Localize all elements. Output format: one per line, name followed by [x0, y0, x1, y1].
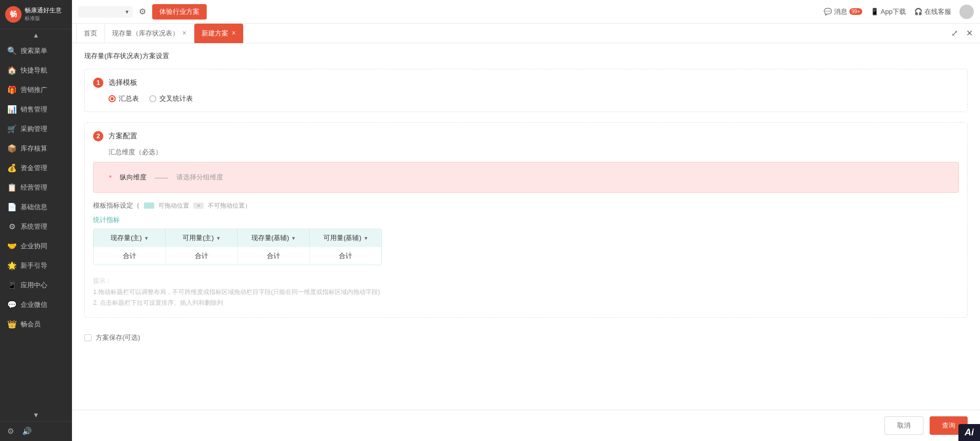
- sidebar-item-label: 库存核算: [21, 144, 47, 153]
- radio-summary-btn[interactable]: [108, 95, 116, 102]
- message-icon: 💬: [824, 8, 832, 15]
- tips-section: 提示： 1.拖动标题栏可以调整布局，不可跨维度或指标区域拖动栏目字段(只能在同一…: [93, 275, 959, 309]
- sidebar-item-label: 企业微信: [21, 300, 47, 309]
- star-icon: 🌟: [7, 261, 16, 270]
- sidebar-item-member[interactable]: 👑 畅会员: [0, 315, 72, 334]
- topbar-app-download[interactable]: 📱 App下载: [870, 7, 906, 16]
- chat-icon: 💬: [7, 300, 16, 309]
- stats-col-3-data: 合计: [238, 247, 310, 265]
- radio-cross-label: 交叉统计表: [159, 94, 193, 103]
- sidebar-scroll-up[interactable]: ▲: [0, 29, 72, 41]
- sidebar-item-label: 系统管理: [21, 222, 47, 231]
- money-icon: 💰: [7, 163, 16, 173]
- stats-col-4-dropdown[interactable]: ▾: [365, 235, 368, 242]
- sidebar-item-enterprise[interactable]: 🤝 企业协同: [0, 236, 72, 256]
- main-area: ▾ ⚙ 体验行业方案 💬 消息 99+ 📱 App下载 🎧 在线客服: [72, 0, 980, 441]
- draggable-indicator: [144, 203, 154, 209]
- tips-title: 提示：: [93, 277, 112, 284]
- dimension-placeholder[interactable]: 请选择分组维度: [176, 173, 223, 182]
- sidebar-nav: 🏠 快捷导航 🎁 营销推广 📊 销售管理 🛒 采购管理 📦 库存核算 💰 资金管…: [0, 61, 72, 409]
- dimension-area[interactable]: * 纵向维度 —— 请选择分组维度: [93, 162, 959, 193]
- bottom-bar: 取消 查询: [72, 410, 980, 441]
- sidebar-search-label: 搜索菜单: [21, 46, 47, 56]
- app-download-label: App下载: [881, 7, 906, 16]
- tab-close-all-button[interactable]: ✕: [963, 26, 976, 40]
- sidebar-item-business[interactable]: 📋 经营管理: [0, 178, 72, 197]
- sidebar-item-purchase[interactable]: 🛒 采购管理: [0, 119, 72, 139]
- topbar-dropdown-btn[interactable]: ▾: [125, 8, 129, 15]
- sidebar-item-label: 销售管理: [21, 105, 47, 114]
- sidebar-item-inventory[interactable]: 📦 库存核算: [0, 139, 72, 158]
- tab-new-plan-label: 新建方案: [202, 29, 228, 38]
- tab-home-label: 首页: [84, 29, 97, 38]
- topbar-left: ▾ ⚙ 体验行业方案: [78, 4, 820, 20]
- sidebar-item-sales[interactable]: 📊 销售管理: [0, 100, 72, 119]
- handshake-icon: 🤝: [7, 242, 16, 251]
- sidebar-item-quicknav[interactable]: 🏠 快捷导航: [0, 61, 72, 80]
- section1-header: 1 选择模板: [93, 78, 959, 88]
- tabs-actions: ⤢ ✕: [948, 26, 976, 40]
- stats-label: 统计指标: [93, 215, 959, 225]
- metrics-label: 模板指标设定（ 可拖动位置 不可拖动位置）: [93, 201, 959, 210]
- tab-new-plan-close[interactable]: ✕: [231, 30, 236, 36]
- topbar-search-area[interactable]: ▾: [78, 6, 133, 17]
- sidebar-sound-icon[interactable]: 🔊: [22, 427, 32, 436]
- tab-new-plan[interactable]: 新建方案 ✕: [194, 24, 243, 43]
- search-icon: 🔍: [7, 46, 16, 56]
- sidebar-item-label: 新手引导: [21, 261, 47, 270]
- gear-icon: ⚙: [7, 222, 16, 231]
- crown-icon: 👑: [7, 320, 16, 329]
- app-name-text: 畅康通好生意 标准版: [25, 7, 62, 22]
- sidebar-item-wechat[interactable]: 💬 企业微信: [0, 295, 72, 315]
- clipboard-icon: 📋: [7, 183, 16, 192]
- page-title: 现存量(库存状况表)方案设置: [84, 51, 968, 61]
- stats-col-3-header: 现存量(基辅) ▾: [238, 229, 310, 247]
- sidebar-search[interactable]: 🔍 搜索菜单: [0, 41, 72, 61]
- app-name: 畅康通好生意: [25, 7, 62, 15]
- save-checkbox[interactable]: [84, 334, 92, 341]
- topbar-online-service[interactable]: 🎧 在线客服: [914, 7, 951, 16]
- sidebar-item-label: 采购管理: [21, 124, 47, 134]
- dimension-divider: ——: [155, 174, 168, 181]
- sidebar-item-label: 资金管理: [21, 163, 47, 173]
- stats-col-3-dropdown[interactable]: ▾: [292, 235, 295, 242]
- radio-cross-btn[interactable]: [149, 95, 156, 102]
- topbar-search-input[interactable]: [82, 8, 123, 15]
- tab-home[interactable]: 首页: [76, 24, 105, 43]
- stats-col-1-data: 合计: [94, 247, 166, 265]
- sidebar-item-label: 营销推广: [21, 85, 47, 95]
- topbar-message[interactable]: 💬 消息 99+: [824, 7, 862, 16]
- main-content: 现存量(库存状况表)方案设置 1 选择模板 汇总表 交叉统计表: [72, 43, 980, 410]
- cancel-button[interactable]: 取消: [884, 416, 923, 435]
- section2-title: 方案配置: [108, 132, 137, 141]
- radio-summary[interactable]: 汇总表: [108, 94, 139, 103]
- template-options: 汇总表 交叉统计表: [93, 94, 959, 103]
- topbar-settings-button[interactable]: ⚙: [137, 5, 148, 19]
- radio-cross[interactable]: 交叉统计表: [149, 94, 193, 103]
- section1-title: 选择模板: [108, 78, 137, 87]
- home-icon: 🏠: [7, 66, 16, 75]
- section-choose-template: 1 选择模板 汇总表 交叉统计表: [84, 69, 968, 112]
- stats-col-1-dropdown[interactable]: ▾: [145, 235, 148, 242]
- stats-col-2-dropdown[interactable]: ▾: [217, 235, 220, 242]
- industry-plan-button[interactable]: 体验行业方案: [152, 4, 207, 20]
- stats-col-4-label: 可用量(基辅): [323, 233, 361, 243]
- sidebar-item-apps[interactable]: 📱 应用中心: [0, 275, 72, 295]
- sidebar-item-system[interactable]: ⚙ 系统管理: [0, 217, 72, 236]
- stats-col-1-header: 现存量(主) ▾: [94, 229, 166, 247]
- stats-section: 统计指标 现存量(主) ▾ 可用量(主) ▾: [93, 215, 959, 265]
- sidebar-settings-icon[interactable]: ⚙: [7, 427, 14, 436]
- sidebar-item-basic[interactable]: 📄 基础信息: [0, 197, 72, 217]
- sidebar-scroll-down[interactable]: ▼: [0, 409, 72, 421]
- vertical-dimension-label: 纵向维度: [120, 173, 147, 182]
- sidebar-item-newbie[interactable]: 🌟 新手引导: [0, 256, 72, 275]
- tab-inventory-close[interactable]: ✕: [182, 30, 187, 36]
- sidebar-item-marketing[interactable]: 🎁 营销推广: [0, 80, 72, 100]
- stats-col-4-data: 合计: [310, 247, 382, 265]
- tab-inventory-label: 现存量（库存状况表）: [112, 29, 179, 38]
- topbar-user[interactable]: [959, 5, 974, 19]
- tab-maximize-button[interactable]: ⤢: [948, 26, 961, 40]
- sidebar-item-finance[interactable]: 💰 资金管理: [0, 158, 72, 178]
- tab-inventory[interactable]: 现存量（库存状况表） ✕: [105, 24, 194, 43]
- sidebar-logo: 畅 畅康通好生意 标准版: [0, 0, 72, 29]
